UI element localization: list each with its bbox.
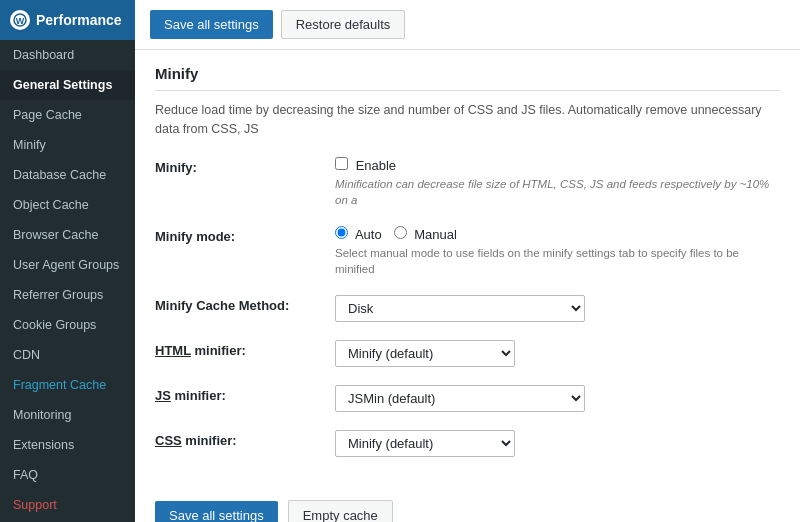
minify-mode-radio-group: Auto Manual: [335, 226, 780, 242]
js-minifier-row: JS minifier: JSMin (default) Closure Com…: [155, 385, 780, 412]
html-minifier-select[interactable]: Minify (default) HTML Tidy None: [335, 340, 515, 367]
sidebar: W Performance Dashboard General Settings…: [0, 0, 135, 522]
sidebar-header[interactable]: W Performance: [0, 0, 135, 40]
minify-cache-method-select[interactable]: Disk Disk (enhanced) Memcache Database: [335, 295, 585, 322]
sidebar-item-minify[interactable]: Minify: [0, 130, 135, 160]
minify-mode-manual-label[interactable]: Manual: [394, 226, 457, 242]
html-minifier-label: HTML minifier:: [155, 340, 315, 358]
minify-mode-label: Minify mode:: [155, 226, 315, 244]
logo-icon: W: [10, 10, 30, 30]
minify-mode-row: Minify mode: Auto Manual Select manual m…: [155, 226, 780, 277]
minify-mode-hint: Select manual mode to use fields on the …: [335, 245, 780, 277]
empty-cache-button[interactable]: Empty cache: [288, 500, 393, 522]
sidebar-item-browser-cache[interactable]: Browser Cache: [0, 220, 135, 250]
top-save-button[interactable]: Save all settings: [150, 10, 273, 39]
sidebar-title: Performance: [36, 12, 122, 28]
sidebar-item-support[interactable]: Support: [0, 490, 135, 520]
html-minifier-value: Minify (default) HTML Tidy None: [335, 340, 780, 367]
minify-mode-manual-radio[interactable]: [394, 226, 407, 239]
minify-mode-value: Auto Manual Select manual mode to use fi…: [335, 226, 780, 277]
minify-mode-auto-radio[interactable]: [335, 226, 348, 239]
sidebar-item-fragment-cache[interactable]: Fragment Cache: [0, 370, 135, 400]
sidebar-item-object-cache[interactable]: Object Cache: [0, 190, 135, 220]
sidebar-item-dashboard[interactable]: Dashboard: [0, 40, 135, 70]
css-minifier-select[interactable]: Minify (default) CSSTidy None: [335, 430, 515, 457]
minify-enable-checkbox-label[interactable]: Enable: [335, 158, 396, 173]
sidebar-item-monitoring[interactable]: Monitoring: [0, 400, 135, 430]
html-minifier-row: HTML minifier: Minify (default) HTML Tid…: [155, 340, 780, 367]
sidebar-item-cookie-groups[interactable]: Cookie Groups: [0, 310, 135, 340]
bottom-buttons-bar: Save all settings Empty cache: [135, 490, 800, 522]
sidebar-item-faq[interactable]: FAQ: [0, 460, 135, 490]
sidebar-item-user-agent-groups[interactable]: User Agent Groups: [0, 250, 135, 280]
css-minifier-row: CSS minifier: Minify (default) CSSTidy N…: [155, 430, 780, 457]
minify-cache-method-label: Minify Cache Method:: [155, 295, 315, 313]
minify-cache-method-row: Minify Cache Method: Disk Disk (enhanced…: [155, 295, 780, 322]
minify-cache-method-value: Disk Disk (enhanced) Memcache Database: [335, 295, 780, 322]
minify-enable-checkbox[interactable]: [335, 157, 348, 170]
js-minifier-select[interactable]: JSMin (default) Closure Compiler (local)…: [335, 385, 585, 412]
minify-enable-hint: Minification can decrease file size of H…: [335, 176, 780, 208]
minify-enable-value: Enable Minification can decrease file si…: [335, 157, 780, 208]
css-minifier-label: CSS minifier:: [155, 430, 315, 448]
sidebar-item-database-cache[interactable]: Database Cache: [0, 160, 135, 190]
settings-content: Minify Reduce load time by decreasing th…: [135, 50, 800, 490]
css-minifier-value: Minify (default) CSSTidy None: [335, 430, 780, 457]
minify-enable-row: Minify: Enable Minification can decrease…: [155, 157, 780, 208]
save-all-button[interactable]: Save all settings: [155, 501, 278, 522]
svg-text:W: W: [16, 16, 25, 26]
js-minifier-label: JS minifier:: [155, 385, 315, 403]
top-restore-button[interactable]: Restore defaults: [281, 10, 406, 39]
minify-mode-auto-label[interactable]: Auto: [335, 226, 382, 242]
sidebar-item-general-settings[interactable]: General Settings: [0, 70, 135, 100]
section-description: Reduce load time by decreasing the size …: [155, 101, 780, 139]
main-content: Save all settings Restore defaults Minif…: [135, 0, 800, 522]
top-buttons-bar: Save all settings Restore defaults: [135, 0, 800, 50]
sidebar-item-cdn[interactable]: CDN: [0, 340, 135, 370]
minify-enable-label: Minify:: [155, 157, 315, 175]
sidebar-item-page-cache[interactable]: Page Cache: [0, 100, 135, 130]
sidebar-item-referrer-groups[interactable]: Referrer Groups: [0, 280, 135, 310]
sidebar-item-extensions[interactable]: Extensions: [0, 430, 135, 460]
section-title: Minify: [155, 65, 780, 91]
js-minifier-value: JSMin (default) Closure Compiler (local)…: [335, 385, 780, 412]
